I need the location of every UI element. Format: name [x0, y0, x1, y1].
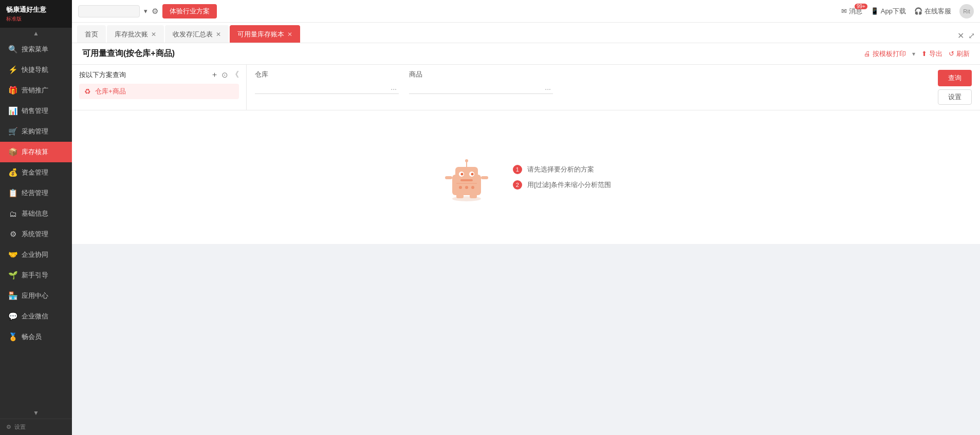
sidebar-item-label: 资金管理 — [22, 168, 48, 177]
sidebar-item-enterprise[interactable]: 🤝 企业协同 — [0, 244, 72, 265]
operations-icon: 📋 — [8, 188, 17, 198]
topbar-industry-btn[interactable]: 体验行业方案 — [162, 4, 217, 18]
add-plan-btn[interactable]: ＋ — [211, 70, 218, 80]
empty-tip-item: 2 用[过滤]条件来缩小分析范围 — [513, 180, 611, 190]
topbar-message[interactable]: ✉ 消息 99+ — [841, 7, 862, 16]
sales-icon: 📊 — [8, 106, 17, 116]
page-content: 可用量查询(按仓库+商品) 🖨 按模板打印 ▾ ⬆ 导出 ↺ 刷新 — [72, 43, 980, 435]
sidebar-item-appcenter[interactable]: 🏪 应用中心 — [0, 286, 72, 306]
filter-left-title: 按以下方案查询 — [79, 70, 126, 80]
system-icon: ⚙ — [8, 230, 17, 239]
filter-settings-btn[interactable]: 设置 — [938, 89, 972, 105]
tab-label: 收发存汇总表 — [173, 30, 213, 39]
tab-close-btn[interactable]: ✕ — [216, 31, 221, 37]
sidebar-scroll-down[interactable]: ▼ — [0, 407, 72, 419]
sidebar-item-label: 库存核算 — [22, 147, 48, 157]
print-dropdown-btn[interactable]: ▾ — [912, 50, 915, 58]
username-label: Rit — [963, 8, 970, 14]
shortcut-icon: ⚡ — [8, 65, 17, 74]
warehouse-label: 仓库 — [255, 70, 399, 79]
sidebar-item-label: 采购管理 — [22, 127, 48, 136]
sidebar-item-inventory[interactable]: 📦 库存核算 — [0, 142, 72, 162]
sidebar-bottom: ⚙ 设置 — [0, 419, 72, 435]
sidebar-item-wechat[interactable]: 💬 企业微信 — [0, 306, 72, 327]
tab-available[interactable]: 可用量库存账本✕ — [230, 25, 300, 43]
topbar-gear-btn[interactable]: ⚙ — [152, 7, 158, 16]
svg-point-15 — [459, 186, 462, 189]
page-header-actions: 🖨 按模板打印 ▾ ⬆ 导出 ↺ 刷新 — [864, 49, 970, 59]
svg-rect-10 — [445, 176, 452, 179]
svg-point-5 — [460, 173, 463, 176]
wechat-icon: 💬 — [8, 312, 17, 321]
sidebar-item-base[interactable]: 🗂 基础信息 — [0, 203, 72, 224]
topbar-online-service[interactable]: 🎧 在线客服 — [914, 7, 951, 16]
sidebar-item-purchase[interactable]: 🛒 采购管理 — [0, 121, 72, 142]
filter-plan-item[interactable]: ♻ 仓库+商品 — [79, 84, 239, 99]
purchase-icon: 🛒 — [8, 127, 17, 136]
sidebar-item-label: 企业协同 — [22, 250, 48, 259]
tab-home[interactable]: 首页 — [77, 25, 106, 43]
filter-warehouse-field: 仓库 ... — [255, 70, 399, 94]
filter-goods-field: 商品 ... — [409, 70, 553, 94]
svg-point-17 — [471, 186, 474, 189]
filter-area: 按以下方案查询 ＋ ⊙ 《 ♻ 仓库+商品 仓库 . — [72, 65, 980, 110]
plan-label: 仓库+商品 — [95, 87, 126, 96]
empty-state: 1 请先选择要分析的方案 2 用[过滤]条件来缩小分析范围 — [72, 110, 980, 244]
sidebar-item-operations[interactable]: 📋 经营管理 — [0, 183, 72, 203]
sidebar-item-label: 基础信息 — [22, 209, 48, 218]
sidebar-item-label: 应用中心 — [22, 291, 48, 300]
refresh-btn[interactable]: ↺ 刷新 — [949, 49, 970, 59]
collapse-plan-btn[interactable]: 《 — [231, 70, 239, 80]
tab-expand-btn[interactable]: ⤢ — [968, 31, 975, 41]
settings-plan-btn[interactable]: ⊙ — [221, 70, 228, 80]
tab-close-btn[interactable]: ✕ — [151, 31, 156, 37]
plan-icon: ♻ — [84, 87, 91, 96]
sidebar-item-label: 系统管理 — [22, 230, 48, 239]
base-icon: 🗂 — [8, 210, 17, 218]
search-icon: 🔍 — [8, 45, 17, 54]
goods-more-btn[interactable]: ... — [545, 83, 551, 91]
warehouse-input-container: ... — [255, 81, 399, 94]
filter-left-header: 按以下方案查询 ＋ ⊙ 《 — [79, 70, 239, 80]
sidebar-item-system[interactable]: ⚙ 系统管理 — [0, 224, 72, 244]
topbar-avatar[interactable]: Rit — [959, 4, 974, 18]
svg-point-9 — [465, 159, 468, 162]
warehouse-more-btn[interactable]: ... — [391, 83, 397, 91]
print-btn[interactable]: 🖨 按模板打印 — [864, 49, 906, 59]
svg-point-16 — [465, 186, 468, 189]
tabs-bar-actions: ✕ ⤢ — [957, 31, 975, 43]
sidebar-item-marketing[interactable]: 🎁 营销推广 — [0, 80, 72, 101]
sidebar-item-newguide[interactable]: 🌱 新手引导 — [0, 265, 72, 286]
sidebar-scroll-up[interactable]: ▲ — [0, 28, 72, 39]
sidebar-item-search[interactable]: 🔍 搜索菜单 — [0, 39, 72, 60]
sidebar-item-finance[interactable]: 💰 资金管理 — [0, 162, 72, 183]
tip-text: 用[过滤]条件来缩小分析范围 — [527, 180, 611, 190]
tab-label: 可用量库存账本 — [237, 30, 284, 39]
sidebar-item-shortcut[interactable]: ⚡ 快捷导航 — [0, 60, 72, 80]
appcenter-icon: 🏪 — [8, 291, 17, 300]
svg-rect-13 — [470, 194, 477, 198]
filter-left: 按以下方案查询 ＋ ⊙ 《 ♻ 仓库+商品 — [72, 65, 247, 110]
newguide-icon: 🌱 — [8, 271, 17, 280]
marketing-icon: 🎁 — [8, 86, 17, 95]
bottom-label: 设置 — [14, 423, 26, 431]
tab-close-all-btn[interactable]: ✕ — [957, 31, 964, 41]
empty-state-inner: 1 请先选择要分析的方案 2 用[过滤]条件来缩小分析范围 — [441, 152, 611, 203]
sidebar-item-member[interactable]: 🏅 畅会员 — [0, 327, 72, 347]
tab-batch[interactable]: 库存批次账✕ — [107, 25, 164, 43]
export-btn[interactable]: ⬆ 导出 — [921, 49, 942, 59]
tip-num: 1 — [513, 165, 522, 174]
query-btn[interactable]: 查询 — [938, 70, 972, 86]
sidebar-item-sales[interactable]: 📊 销售管理 — [0, 101, 72, 121]
tab-summary[interactable]: 收发存汇总表✕ — [165, 25, 229, 43]
topbar-search-input[interactable] — [78, 5, 140, 17]
topbar-dropdown-btn[interactable]: ▾ — [144, 7, 147, 15]
svg-point-6 — [471, 173, 473, 176]
topbar-app-download[interactable]: 📱 App下载 — [871, 7, 906, 16]
app-download-label: App下载 — [881, 7, 906, 16]
tab-label: 库存批次账 — [115, 30, 148, 39]
tab-close-btn[interactable]: ✕ — [287, 31, 292, 37]
logo-subtitle: 标准版 — [6, 15, 22, 23]
message-badge: 99+ — [855, 4, 867, 9]
sidebar-item-label: 销售管理 — [22, 106, 48, 116]
